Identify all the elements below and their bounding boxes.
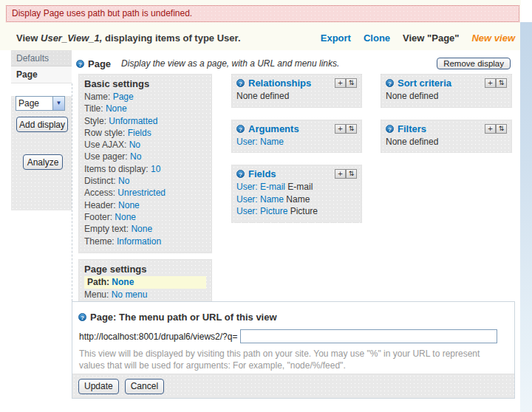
panel-buttons: + ⇅ bbox=[335, 169, 357, 179]
path-help-text: This view will be displayed by visiting … bbox=[79, 348, 506, 371]
setting-link[interactable]: Unformatted bbox=[109, 116, 157, 126]
path-input[interactable] bbox=[240, 329, 497, 343]
right-column: ? Sort criteria + ⇅ None defined ? Filte… bbox=[381, 74, 512, 165]
path-link[interactable]: None bbox=[112, 277, 134, 287]
setting-link[interactable]: None bbox=[115, 212, 136, 222]
help-icon[interactable]: ? bbox=[236, 170, 245, 178]
tab-page[interactable]: Page bbox=[11, 66, 72, 83]
display-type-select-value: Page bbox=[16, 98, 52, 109]
empty-text: None defined bbox=[236, 90, 357, 103]
rearrange-icon[interactable]: ⇅ bbox=[496, 78, 507, 88]
setting-label: Name: bbox=[84, 92, 110, 102]
arguments-title-link[interactable]: Arguments bbox=[248, 123, 299, 134]
field-item: User: E-mail E-mail bbox=[236, 181, 357, 193]
setting-link[interactable]: None bbox=[118, 200, 140, 210]
setting-link[interactable]: No bbox=[130, 151, 141, 162]
rearrange-icon[interactable]: ⇅ bbox=[496, 124, 507, 134]
analyze-button[interactable]: Analyze bbox=[23, 154, 63, 170]
panel-header: ? Fields + ⇅ bbox=[236, 168, 357, 179]
setting-label: Header: bbox=[84, 200, 116, 210]
sidebar-widgets: Page ▼ Add display Analyze bbox=[11, 96, 72, 210]
setting-row: Row style: Fields bbox=[84, 127, 206, 139]
setting-link[interactable]: None bbox=[131, 224, 152, 234]
cancel-button[interactable]: Cancel bbox=[125, 379, 164, 394]
empty-text: None defined bbox=[386, 90, 507, 103]
help-icon[interactable]: ? bbox=[386, 79, 394, 87]
sort-criteria-title-link[interactable]: Sort criteria bbox=[398, 78, 451, 89]
filters-title-link[interactable]: Filters bbox=[398, 123, 426, 134]
setting-label: Row style: bbox=[84, 128, 125, 138]
help-icon[interactable]: ? bbox=[386, 125, 394, 133]
display-title: Page bbox=[88, 58, 111, 69]
help-icon[interactable]: ? bbox=[236, 125, 245, 133]
path-form-title: ?Page: The menu path or URL of this view bbox=[78, 312, 514, 323]
page-header: View User_View_1, displaying items of ty… bbox=[0, 28, 515, 47]
view-name: User_View_1, bbox=[41, 32, 102, 44]
setting-link[interactable]: Unrestricted bbox=[117, 188, 166, 198]
add-icon[interactable]: + bbox=[335, 169, 346, 179]
field-link[interactable]: User: Name bbox=[236, 194, 284, 205]
chevron-down-icon[interactable]: ▼ bbox=[52, 97, 64, 110]
setting-link[interactable]: No bbox=[118, 176, 129, 186]
setting-label: Distinct: bbox=[84, 176, 116, 186]
view-description: displaying items of type User. bbox=[105, 32, 241, 44]
help-icon[interactable]: ? bbox=[78, 313, 86, 321]
setting-link[interactable]: None bbox=[106, 103, 127, 114]
setting-label: Use AJAX: bbox=[84, 140, 126, 150]
setting-link[interactable]: 10 bbox=[151, 164, 160, 174]
display-type-select[interactable]: Page ▼ bbox=[16, 96, 65, 111]
path-label: Path: bbox=[87, 277, 109, 287]
page-settings-box: Page settings Path: None Menu: No menu bbox=[78, 259, 212, 307]
add-icon[interactable]: + bbox=[335, 78, 346, 88]
setting-label: Theme: bbox=[84, 236, 115, 247]
add-display-button[interactable]: Add display bbox=[16, 117, 68, 132]
panel-header: ? Relationships + ⇅ bbox=[236, 78, 357, 89]
update-button[interactable]: Update bbox=[78, 379, 119, 394]
clone-link[interactable]: Clone bbox=[364, 32, 390, 44]
relationships-title-link[interactable]: Relationships bbox=[248, 78, 311, 89]
export-link[interactable]: Export bbox=[321, 32, 351, 44]
panel-buttons: + ⇅ bbox=[485, 124, 507, 134]
panel-header: ? Sort criteria + ⇅ bbox=[386, 78, 507, 89]
form-button-band: Update Cancel bbox=[72, 374, 514, 398]
empty-text: None defined bbox=[386, 136, 507, 148]
tab-defaults[interactable]: Defaults bbox=[11, 50, 72, 66]
remove-display-button[interactable]: Remove display bbox=[437, 58, 511, 69]
field-link[interactable]: User: E-mail bbox=[236, 182, 285, 192]
sort-criteria-panel: ? Sort criteria + ⇅ None defined bbox=[381, 74, 512, 108]
page-settings-title: Page settings bbox=[84, 264, 206, 275]
basic-settings-title: Basic settings bbox=[84, 78, 206, 89]
view-title: View User_View_1, displaying items of ty… bbox=[16, 32, 241, 44]
relationships-panel: ? Relationships + ⇅ None defined bbox=[231, 74, 362, 108]
settings-column: Basic settings Name: Page Title: None St… bbox=[78, 74, 212, 307]
top-band: Display Page uses path but path is undef… bbox=[0, 0, 521, 50]
setting-link[interactable]: Page bbox=[113, 92, 134, 102]
view-page-label: View "Page" bbox=[403, 32, 459, 44]
field-item: User: Name Name bbox=[236, 193, 357, 206]
panel-buttons: + ⇅ bbox=[485, 78, 507, 88]
setting-link[interactable]: No bbox=[129, 140, 140, 150]
rearrange-icon[interactable]: ⇅ bbox=[346, 124, 357, 134]
setting-label: Style: bbox=[84, 116, 106, 126]
new-view-link[interactable]: New view bbox=[471, 32, 515, 44]
help-icon[interactable]: ? bbox=[76, 60, 84, 68]
rearrange-icon[interactable]: ⇅ bbox=[346, 169, 357, 179]
display-header: ? Page Display the view as a page, with … bbox=[76, 58, 511, 69]
add-icon[interactable]: + bbox=[335, 124, 346, 134]
help-icon[interactable]: ? bbox=[236, 79, 245, 87]
setting-label: Use pager: bbox=[84, 151, 128, 162]
middle-column: ? Relationships + ⇅ None defined ? Argum… bbox=[231, 74, 362, 235]
add-icon[interactable]: + bbox=[485, 124, 496, 134]
fields-title-link[interactable]: Fields bbox=[248, 168, 276, 179]
panel-buttons: + ⇅ bbox=[335, 124, 357, 134]
menu-link[interactable]: No menu bbox=[112, 289, 148, 300]
setting-link[interactable]: Information bbox=[117, 236, 161, 247]
rearrange-icon[interactable]: ⇅ bbox=[346, 78, 357, 88]
add-icon[interactable]: + bbox=[485, 78, 496, 88]
field-link[interactable]: User: Picture bbox=[236, 206, 287, 216]
setting-link[interactable]: Fields bbox=[128, 128, 151, 138]
path-form-title-text: Page: The menu path or URL of this view bbox=[90, 312, 277, 323]
argument-link[interactable]: User: Name bbox=[236, 137, 284, 147]
setting-label: Empty text: bbox=[84, 224, 129, 234]
setting-row: Theme: Information bbox=[84, 236, 206, 247]
